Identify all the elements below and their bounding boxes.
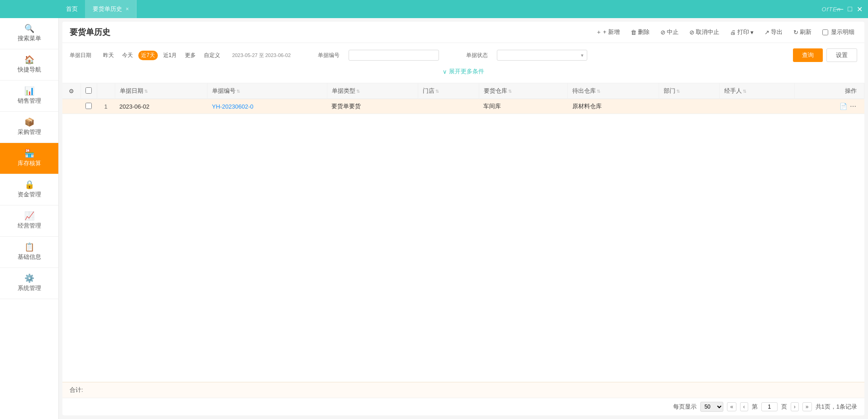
date-range-display: 2023-05-27 至 2023-06-02 xyxy=(232,52,291,59)
refresh-icon: ↻ xyxy=(793,29,798,36)
doc-status-label: 单据状态 xyxy=(466,52,488,59)
th-doc-no[interactable]: 单据编号⇅ xyxy=(208,83,327,99)
table-body: 1 2023-06-02 YH-20230602-0 要货单要货 车间库 原材料… xyxy=(62,99,864,114)
th-settings[interactable]: ⚙ xyxy=(62,83,80,99)
sidebar-item-operations-mgmt-label: 经营管理 xyxy=(18,222,41,230)
table-container: ⚙ 单据日期⇅ 单据编号⇅ 单据类型⇅ 门店⇅ 要货仓库⇅ 待出仓库⇅ 部门⇅ … xyxy=(62,83,864,382)
sidebar-item-quick-nav-label: 快捷导航 xyxy=(18,66,41,74)
page-size-select[interactable]: 50 10 20 100 xyxy=(700,402,723,412)
date-btn-today[interactable]: 今天 xyxy=(119,51,136,60)
th-doc-type[interactable]: 单据类型⇅ xyxy=(327,83,418,99)
finance-mgmt-icon: 🔒 xyxy=(24,181,34,189)
sidebar-item-sales-mgmt[interactable]: 📊 销售管理 xyxy=(0,81,58,112)
th-req-warehouse[interactable]: 要货仓库⇅ xyxy=(479,83,567,99)
cancel-stop-button[interactable]: ⊘ 取消中止 xyxy=(687,26,722,38)
sidebar-item-system-mgmt[interactable]: ⚙️ 系统管理 xyxy=(0,268,58,299)
page-number-input[interactable] xyxy=(761,402,778,411)
table-row: 1 2023-06-02 YH-20230602-0 要货单要货 车间库 原材料… xyxy=(62,99,864,114)
next-page-button[interactable]: › xyxy=(791,402,799,411)
print-button[interactable]: 🖨 打印 ▾ xyxy=(727,26,756,38)
prev-page-button[interactable]: ‹ xyxy=(740,402,748,411)
date-filters: 昨天 今天 近7天 近1月 更多 自定义 xyxy=(100,51,223,60)
table-header-row: ⚙ 单据日期⇅ 单据编号⇅ 单据类型⇅ 门店⇅ 要货仓库⇅ 待出仓库⇅ 部门⇅ … xyxy=(62,83,864,99)
refresh-button[interactable]: ↻ 刷新 xyxy=(791,26,814,38)
td-settings xyxy=(62,99,80,114)
settings-button[interactable]: 设置 xyxy=(826,48,857,62)
display-detail-label: 显示明细 xyxy=(831,28,854,36)
doc-no-link-0[interactable]: YH-20230602-0 xyxy=(212,103,254,110)
td-checkbox xyxy=(80,99,97,114)
minimize-icon[interactable]: — xyxy=(836,5,843,13)
td-req-warehouse: 车间库 xyxy=(479,99,567,114)
basic-info-icon: 📋 xyxy=(24,243,34,251)
tab-requisition-history[interactable]: 要货单历史 × xyxy=(85,0,137,18)
date-btn-custom[interactable]: 自定义 xyxy=(201,51,223,60)
sidebar-item-quick-nav[interactable]: 🏠 快捷导航 xyxy=(0,49,58,81)
maximize-icon[interactable]: □ xyxy=(848,5,852,13)
export-button[interactable]: ↗ 导出 xyxy=(762,26,785,38)
delete-button[interactable]: 🗑 删除 xyxy=(628,26,652,38)
page-input-label: 第 xyxy=(752,403,758,411)
op-more-icon-0[interactable]: ⋯ xyxy=(850,103,856,110)
stop-button[interactable]: ⊘ 中止 xyxy=(658,26,681,38)
th-store[interactable]: 门店⇅ xyxy=(418,83,479,99)
tab-close-icon[interactable]: × xyxy=(126,6,129,12)
th-handler[interactable]: 经手人⇅ xyxy=(720,83,795,99)
td-operation: 📄 ⋯ xyxy=(795,99,864,114)
display-detail-button[interactable]: 显示明细 xyxy=(820,26,857,38)
new-icon: ＋ xyxy=(596,28,602,36)
window-close-icon[interactable]: ✕ xyxy=(857,5,863,14)
sidebar-item-system-mgmt-label: 系统管理 xyxy=(18,284,41,292)
op-view-icon-0[interactable]: 📄 xyxy=(840,103,847,110)
expand-more-label: 展开更多条件 xyxy=(449,67,484,76)
delete-icon: 🗑 xyxy=(631,29,637,36)
doc-no-input[interactable] xyxy=(349,50,439,61)
system-mgmt-icon: ⚙️ xyxy=(24,274,34,282)
th-doc-date[interactable]: 单据日期⇅ xyxy=(115,83,208,99)
top-bar: 首页 要货单历史 × OfTEn — □ ✕ xyxy=(0,0,868,18)
sidebar-item-finance-mgmt[interactable]: 🔒 资金管理 xyxy=(0,174,58,205)
sidebar-item-purchase-mgmt-label: 采购管理 xyxy=(18,128,41,136)
td-row-num: 1 xyxy=(97,99,115,114)
row-checkbox-0[interactable] xyxy=(85,103,92,109)
last-page-button[interactable]: » xyxy=(802,402,812,411)
filter-actions: 查询 设置 xyxy=(793,48,857,62)
print-icon: 🖨 xyxy=(730,29,736,36)
date-btn-yesterday[interactable]: 昨天 xyxy=(100,51,117,60)
cancel-stop-icon: ⊘ xyxy=(689,29,694,36)
content-area: 要货单历史 ＋ + 新增 🗑 删除 ⊘ 中止 ⊘ 取消中止 xyxy=(62,22,864,415)
doc-no-label: 单据编号 xyxy=(318,52,340,59)
select-all-checkbox[interactable] xyxy=(85,87,92,94)
th-pending-warehouse[interactable]: 待出仓库⇅ xyxy=(568,83,659,99)
refresh-label: 刷新 xyxy=(800,28,811,36)
export-label: 导出 xyxy=(771,28,783,36)
td-handler xyxy=(720,99,795,114)
table-footer-summary: 合计: xyxy=(62,382,864,398)
expand-more-button[interactable]: ∨ 展开更多条件 xyxy=(70,66,857,77)
tab-home[interactable]: 首页 xyxy=(59,0,85,18)
cancel-stop-label: 取消中止 xyxy=(696,28,719,36)
date-filter-label: 单据日期 xyxy=(70,52,91,59)
sidebar-item-basic-info[interactable]: 📋 基础信息 xyxy=(0,237,58,268)
sidebar-item-purchase-mgmt[interactable]: 📦 采购管理 xyxy=(0,112,58,143)
stop-icon: ⊘ xyxy=(660,29,665,36)
display-detail-checkbox[interactable] xyxy=(822,29,828,35)
new-button[interactable]: ＋ + 新增 xyxy=(593,26,623,38)
page-header: 要货单历史 ＋ + 新增 🗑 删除 ⊘ 中止 ⊘ 取消中止 xyxy=(62,22,864,43)
th-department[interactable]: 部门⇅ xyxy=(659,83,720,99)
date-btn-more[interactable]: 更多 xyxy=(182,51,198,60)
toolbar: ＋ + 新增 🗑 删除 ⊘ 中止 ⊘ 取消中止 🖨 打印 xyxy=(593,26,857,38)
summary-label: 合计: xyxy=(70,386,83,393)
operations-mgmt-icon: 📈 xyxy=(24,212,34,220)
sidebar-item-basic-info-label: 基础信息 xyxy=(18,253,41,261)
sidebar-item-inventory-accounting[interactable]: 🏪 库存核算 xyxy=(0,143,58,174)
first-page-button[interactable]: « xyxy=(727,402,736,411)
date-btn-7days[interactable]: 近7天 xyxy=(138,51,158,60)
td-doc-date: 2023-06-02 xyxy=(115,99,208,114)
page-title: 要货单历史 xyxy=(70,27,110,38)
sidebar-item-operations-mgmt[interactable]: 📈 经营管理 xyxy=(0,205,58,237)
query-button[interactable]: 查询 xyxy=(793,48,823,62)
doc-status-select[interactable] xyxy=(497,50,587,61)
date-btn-1month[interactable]: 近1月 xyxy=(160,51,180,60)
sidebar-item-search-menu[interactable]: 🔍 搜索菜单 xyxy=(0,18,58,49)
